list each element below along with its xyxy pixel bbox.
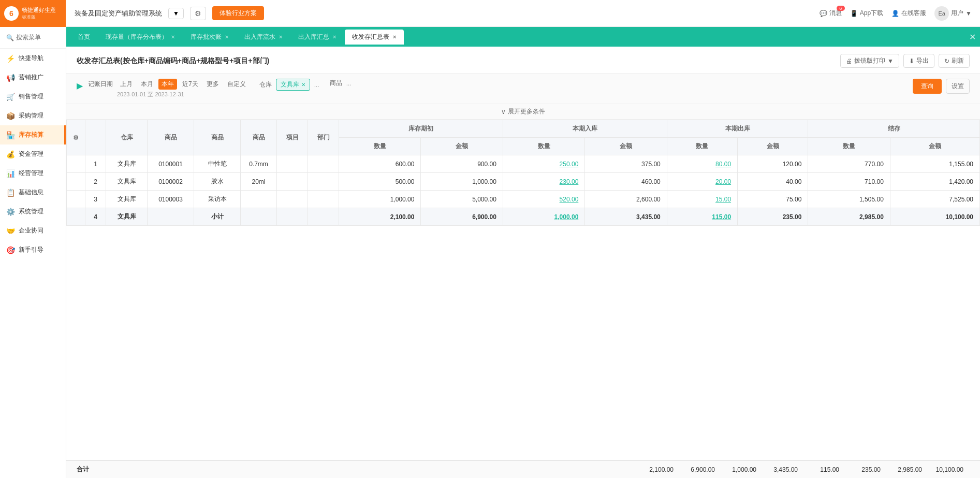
sidebar-item-enterprise[interactable]: 🤝企业协同 (0, 221, 66, 240)
download-icon: 📱 (850, 10, 858, 17)
date-btn-this-month[interactable]: 本月 (138, 79, 156, 90)
sidebar-item-finance[interactable]: 💰资金管理 (0, 144, 66, 164)
sidebar-item-inventory[interactable]: 🏪库存核算 (0, 125, 66, 144)
search-button[interactable]: 🔍 搜索菜单 (4, 31, 62, 44)
top-header: 装备及固定资产辅助管理系统 ▼ ⚙ 体验行业方案 💬 消息 6 📱 App下载 … (66, 0, 980, 27)
warehouse-tag-close[interactable]: ✕ (301, 82, 305, 88)
date-btn-7days[interactable]: 近7天 (179, 79, 201, 90)
date-btn-last-month[interactable]: 上月 (117, 79, 136, 90)
tab-close-flow[interactable]: ✕ (279, 34, 283, 40)
tab-home[interactable]: 首页 (70, 30, 97, 45)
refresh-button[interactable]: ↻ 刷新 (939, 54, 970, 68)
data-table: ⚙ 仓库 商品 商品 商品 项目 部门 库存期初 本期入库 本期出库 结存 (66, 120, 980, 226)
sidebar-label-system: 系统管理 (19, 207, 43, 216)
table-cell: 235.00 (738, 208, 808, 226)
table-cell: 0.7mm (241, 155, 277, 173)
tab-close-summary[interactable]: ✕ (332, 34, 337, 40)
sidebar-item-quick-nav[interactable]: ⚡快捷导航 (0, 49, 66, 68)
product-more[interactable]: ... (346, 80, 352, 87)
user-menu[interactable]: Ea 用户 ▼ (934, 6, 972, 21)
date-btn-this-year[interactable]: 本年 (158, 79, 177, 90)
tab-close-batch[interactable]: ✕ (225, 34, 229, 40)
table-cell (308, 173, 339, 191)
sidebar: 6 畅捷通好生意 标准版 🔍 搜索菜单 ⚡快捷导航📢营销推广🛒销售管理📦采购管理… (0, 0, 66, 478)
sidebar-item-system[interactable]: ⚙️系统管理 (0, 202, 66, 221)
settings-button[interactable]: ⚙ (190, 7, 206, 20)
table-cell[interactable]: 1,000.00 (503, 208, 584, 226)
tab-inventory-dist[interactable]: 现存量（库存分布表） ✕ (98, 30, 182, 45)
table-cell: 500.00 (339, 173, 421, 191)
table-row: 4文具库小计2,100.006,900.001,000.003,435.0011… (67, 208, 980, 226)
table-cell: 3 (85, 191, 106, 208)
trial-button[interactable]: 体验行业方案 (212, 6, 264, 20)
th-balance-qty: 数量 (808, 138, 890, 155)
th-row-num (85, 120, 106, 155)
app-title: 装备及固定资产辅助管理系统 (75, 9, 162, 18)
filter-toggle-arrow[interactable]: ▶ (77, 81, 83, 91)
print-button[interactable]: 🖨 拨镜版打印 ▼ (840, 54, 899, 68)
tab-flow[interactable]: 出入库流水 ✕ (237, 30, 290, 45)
table-cell[interactable]: 115.00 (667, 208, 737, 226)
chevron-down-icon: ▼ (887, 57, 894, 65)
sidebar-label-basic: 基础信息 (19, 188, 43, 197)
sidebar-item-marketing[interactable]: 📢营销推广 (0, 68, 66, 87)
sidebar-label-operations: 经营管理 (19, 169, 43, 178)
table-cell: 1 (85, 155, 106, 173)
th-code: 商品 (148, 120, 194, 155)
footer-in-amt: 3,435.00 (763, 466, 804, 473)
table-cell[interactable]: 20.00 (667, 173, 737, 191)
sidebar-item-operations[interactable]: 📊经营管理 (0, 164, 66, 183)
online-service-button[interactable]: 👤 在线客服 (891, 9, 926, 18)
tab-close-inventory-dist[interactable]: ✕ (171, 34, 175, 40)
table-cell: 采访本 (194, 191, 241, 208)
message-button[interactable]: 💬 消息 6 (820, 9, 842, 18)
filter-settings-button[interactable]: 设置 (946, 79, 970, 94)
tab-close-recv-send[interactable]: ✕ (392, 34, 397, 40)
export-button[interactable]: ⬇ 导出 (903, 54, 934, 68)
table-cell: 中性笔 (194, 155, 241, 173)
th-project: 项目 (277, 120, 308, 155)
expand-conditions-button[interactable]: ∨ 展开更多条件 (501, 107, 545, 116)
main-content: 装备及固定资产辅助管理系统 ▼ ⚙ 体验行业方案 💬 消息 6 📱 App下载 … (66, 0, 980, 478)
sidebar-label-enterprise: 企业协同 (19, 226, 43, 235)
search-icon: 🔍 (6, 34, 14, 41)
sidebar-item-guide[interactable]: 🎯新手引导 (0, 240, 66, 259)
date-buttons: 上月 本月 本年 近7天 更多 自定义 (117, 79, 249, 90)
table-cell: 文具库 (106, 191, 148, 208)
tab-bar-close-button[interactable]: ✕ (969, 32, 976, 42)
table-cell[interactable]: 520.00 (503, 191, 584, 208)
tab-batch[interactable]: 库存批次账 ✕ (183, 30, 236, 45)
table-cell: 文具库 (106, 173, 148, 191)
tab-recv-send[interactable]: 收发存汇总表 ✕ (345, 30, 404, 45)
sidebar-item-basic[interactable]: 📋基础信息 (0, 183, 66, 202)
sidebar-icon-enterprise: 🤝 (6, 227, 14, 235)
table-cell: 2 (85, 173, 106, 191)
warehouse-tag[interactable]: 文具库 ✕ (276, 79, 310, 91)
tab-summary[interactable]: 出入库汇总 ✕ (291, 30, 344, 45)
filter-actions: 查询 设置 (913, 79, 970, 94)
table-cell: 120.00 (738, 155, 808, 173)
table-cell[interactable]: 80.00 (667, 155, 737, 173)
sidebar-item-sales[interactable]: 🛒销售管理 (0, 87, 66, 106)
sidebar-search[interactable]: 🔍 搜索菜单 (0, 27, 66, 49)
app-dropdown-button[interactable]: ▼ (168, 8, 184, 19)
warehouse-more[interactable]: ... (314, 81, 319, 89)
query-button[interactable]: 查询 (913, 79, 942, 94)
table-cell: 1,000.00 (339, 191, 421, 208)
sidebar-icon-sales: 🛒 (6, 93, 14, 101)
warehouse-filter-label: 仓库 (259, 80, 272, 89)
app-download-button[interactable]: 📱 App下载 (850, 9, 883, 18)
table-cell (67, 191, 85, 208)
th-opening-amt: 金额 (421, 138, 503, 155)
th-settings[interactable]: ⚙ (67, 120, 85, 155)
table-cell: 1,420.00 (890, 173, 979, 191)
table-cell[interactable]: 15.00 (667, 191, 737, 208)
table-cell[interactable]: 250.00 (503, 155, 584, 173)
th-in-group: 本期入库 (503, 120, 667, 138)
table-footer: 合计 2,100.00 6,900.00 1,000.00 3,435.00 1… (66, 460, 980, 478)
th-out-amt: 金额 (738, 138, 808, 155)
table-cell[interactable]: 230.00 (503, 173, 584, 191)
sidebar-item-purchase[interactable]: 📦采购管理 (0, 106, 66, 125)
date-btn-custom[interactable]: 自定义 (224, 79, 249, 90)
date-btn-more[interactable]: 更多 (203, 79, 222, 90)
